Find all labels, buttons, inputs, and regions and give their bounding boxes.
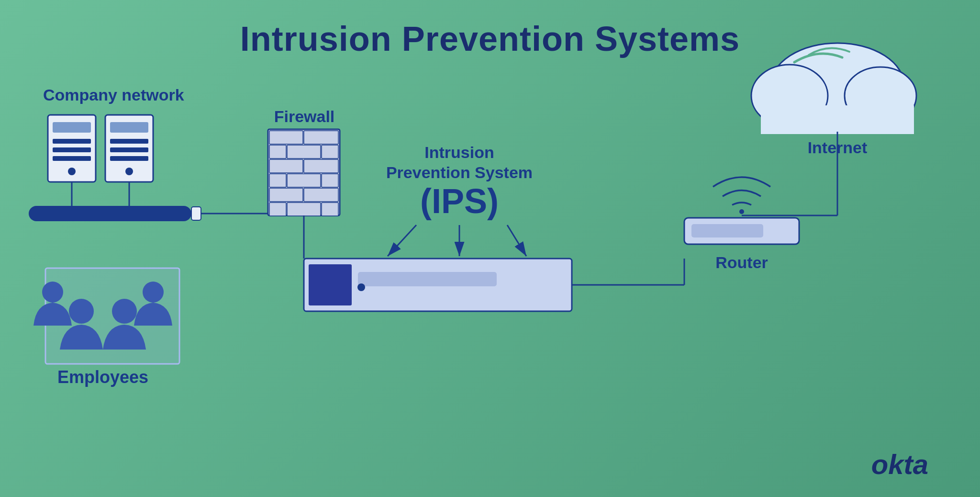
svg-point-43: [69, 299, 94, 324]
svg-rect-18: [269, 159, 303, 173]
svg-rect-28: [304, 259, 572, 311]
svg-rect-2: [53, 139, 91, 144]
okta-brand: okta: [871, 449, 928, 480]
svg-point-34: [751, 65, 828, 127]
internet-label: Internet: [808, 138, 868, 157]
employee-2: [134, 282, 172, 326]
employees-label: Employees: [57, 367, 148, 387]
router-icon: [684, 177, 799, 244]
switch-connector: [191, 207, 201, 220]
svg-point-38: [739, 209, 744, 214]
firewall-label: Firewall: [274, 107, 335, 125]
svg-rect-22: [322, 174, 338, 187]
svg-point-11: [125, 168, 133, 175]
employee-3: [60, 299, 103, 350]
server-2-icon: [105, 115, 153, 182]
page-title: Intrusion Prevention Systems: [0, 0, 980, 58]
svg-rect-30: [358, 272, 497, 286]
employees-box: [45, 268, 179, 364]
ips-title-line1: Intrusion: [424, 143, 494, 161]
router-label: Router: [715, 253, 768, 271]
svg-rect-4: [53, 156, 91, 161]
server-1-icon: [48, 115, 96, 182]
svg-rect-0: [48, 115, 96, 182]
ips-device: [304, 259, 572, 311]
svg-rect-36: [761, 105, 914, 134]
company-network-label: Company network: [43, 86, 184, 104]
svg-point-31: [357, 283, 365, 291]
svg-rect-7: [110, 122, 148, 133]
svg-rect-20: [269, 174, 286, 187]
firewall-icon: [268, 129, 340, 216]
svg-rect-3: [53, 147, 91, 152]
svg-rect-1: [53, 122, 91, 133]
arrow-left: [388, 225, 416, 256]
ips-abbrev: (IPS): [420, 182, 499, 220]
svg-rect-15: [269, 145, 286, 158]
svg-point-44: [112, 299, 137, 324]
main-container: Intrusion Prevention Systems Company net…: [0, 0, 980, 497]
svg-rect-6: [105, 115, 153, 182]
svg-point-41: [42, 282, 63, 303]
arrow-right: [507, 225, 526, 256]
svg-point-42: [143, 282, 164, 303]
svg-rect-8: [110, 139, 148, 144]
svg-rect-12: [268, 129, 340, 215]
diagram-svg: Company network Firewall: [0, 0, 980, 497]
ips-title-line2: Prevention System: [386, 163, 533, 181]
svg-rect-10: [110, 156, 148, 161]
svg-rect-21: [287, 174, 321, 187]
network-switch: [29, 206, 191, 221]
svg-rect-14: [304, 131, 338, 144]
svg-point-35: [845, 67, 916, 124]
svg-rect-16: [287, 145, 321, 158]
svg-rect-24: [304, 188, 338, 202]
svg-rect-40: [691, 224, 763, 237]
svg-rect-17: [322, 145, 338, 158]
svg-rect-9: [110, 147, 148, 152]
svg-rect-39: [684, 218, 799, 244]
svg-point-5: [68, 168, 76, 175]
svg-rect-19: [304, 159, 338, 173]
svg-rect-29: [309, 264, 352, 305]
svg-rect-26: [287, 203, 321, 216]
svg-rect-25: [269, 203, 286, 216]
svg-rect-13: [269, 131, 303, 144]
svg-rect-23: [269, 188, 303, 202]
employee-1: [33, 282, 72, 326]
employee-4: [103, 299, 146, 350]
svg-rect-27: [322, 203, 338, 216]
